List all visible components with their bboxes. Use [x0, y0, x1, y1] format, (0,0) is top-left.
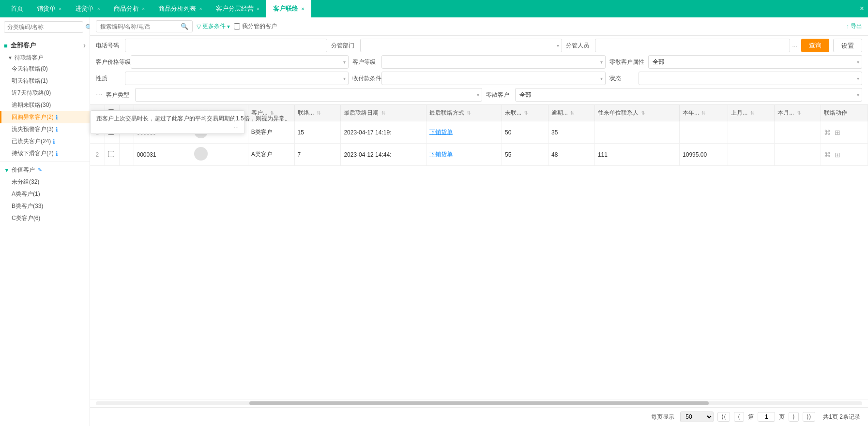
filter-payment-select[interactable] — [381, 72, 605, 85]
per-page-label: 每页显示 — [651, 413, 674, 421]
filter-price-level-field: 客户价格等级 一级二级 ▾ — [96, 55, 349, 69]
next-page-btn[interactable]: ⟩ — [789, 412, 799, 422]
sidebar-unclassified[interactable]: 未分组(32) — [0, 176, 90, 188]
sidebar-declining[interactable]: 持续下滑客户(2) ℹ — [0, 147, 90, 160]
col-this-year[interactable]: 本年... ⇅ — [680, 105, 728, 121]
filter-price-level-select[interactable]: 一级二级 — [131, 55, 349, 69]
nav-purchase[interactable]: 进货单 × — [68, 0, 107, 17]
col-last-contact-date[interactable]: 最后联络日期 ⇅ — [341, 105, 426, 121]
filter-customer-level-wrapper: A类B类C类 ▾ — [381, 55, 605, 69]
sidebar-churned[interactable]: 已流失客户(24) ℹ — [0, 135, 90, 147]
close-purchase-tab[interactable]: × — [97, 6, 100, 12]
sidebar-churn-warning[interactable]: 流失预警客户(3) ℹ — [0, 123, 90, 135]
nav-customer-tier[interactable]: 客户分层经营 × — [209, 0, 266, 17]
filter-retail-attr-select[interactable]: 全部是否 — [648, 55, 862, 69]
churned-info-icon[interactable]: ℹ — [53, 138, 55, 145]
horizontal-scrollbar-thumb[interactable] — [249, 401, 709, 405]
col-last-month[interactable]: 上月... ⇅ — [728, 105, 775, 121]
sidebar-today-pending[interactable]: 今天待联络(0) — [0, 63, 90, 75]
sidebar-a-class[interactable]: A类客户(1) — [0, 188, 90, 200]
filter-retail-attr-field: 零散客户属性 全部是否 ▾ — [609, 55, 862, 69]
row-2-grid-icon[interactable]: ⊞ — [835, 151, 840, 159]
nav-home[interactable]: 首页 — [4, 0, 30, 17]
filter-manager-input[interactable] — [595, 39, 790, 52]
sidebar-search-input[interactable] — [4, 21, 83, 33]
row-1-this-month — [775, 121, 821, 144]
sidebar-7days-pending[interactable]: 近7天待联络(0) — [0, 87, 90, 99]
extra-more-icon[interactable]: ··· — [96, 90, 102, 99]
sidebar-repurchase-anomaly[interactable]: 回购异常客户(2) ℹ — [0, 111, 90, 123]
more-conditions-btn[interactable]: ▽ 更多条件 ▾ — [197, 22, 230, 30]
churn-warning-icon[interactable]: ℹ — [56, 126, 58, 133]
col-company-contacts[interactable]: 往来单位联系人 ⇅ — [594, 105, 679, 121]
filter-retail-customer-select[interactable]: 全部是否 — [515, 88, 862, 102]
close-customer-tier-tab[interactable]: × — [257, 6, 259, 12]
row-2-overdue: 48 — [548, 144, 594, 166]
filter-status-select[interactable] — [639, 72, 862, 85]
col-this-month[interactable]: 本月... ⇅ — [775, 105, 821, 121]
filter-nature-select[interactable] — [125, 72, 349, 85]
filter-phone-input[interactable] — [125, 39, 327, 52]
last-page-btn[interactable]: ⟩⟩ — [803, 412, 815, 422]
close-customer-contact-tab[interactable]: × — [301, 6, 304, 12]
page-number-input[interactable] — [758, 412, 775, 422]
value-customers-edit-icon[interactable]: ✎ — [38, 167, 42, 173]
filter-dept-select[interactable]: 销售部市场部 — [360, 39, 563, 52]
row-1-method-link[interactable]: 下销货单 — [429, 129, 453, 135]
repurchase-info-icon[interactable]: ℹ — [56, 114, 58, 121]
col-action: 联络动作 — [821, 105, 868, 121]
manager-more-icon[interactable]: ··· — [792, 42, 797, 49]
sort-method-icon: ⇅ — [467, 110, 471, 116]
sidebar-overdue-pending[interactable]: 逾期未联络(30) — [0, 99, 90, 111]
row-1-last-month — [728, 121, 775, 144]
col-overdue[interactable]: 逾期... ⇅ — [548, 105, 594, 121]
horizontal-scrollbar[interactable] — [96, 401, 862, 405]
nav-sales[interactable]: 销货单 × — [30, 0, 68, 17]
settings-button[interactable]: 设置 — [833, 39, 862, 52]
sort-company-icon: ⇅ — [641, 110, 645, 116]
sort-date-icon: ⇅ — [381, 110, 385, 116]
col-unreached[interactable]: 未联... ⇅ — [502, 105, 548, 121]
col-contact-count[interactable]: 联络... ⇅ — [294, 105, 341, 121]
row-1-grid-icon[interactable]: ⊞ — [835, 129, 840, 136]
sort-overdue-icon: ⇅ — [570, 110, 574, 116]
filter-customer-type-select[interactable] — [135, 88, 482, 102]
sidebar-search-icon[interactable]: 🔍 — [85, 24, 90, 31]
prev-page-btn[interactable]: ⟨ — [734, 412, 744, 422]
row-2-method-link[interactable]: 下销货单 — [429, 151, 453, 158]
col-last-contact-method[interactable]: 最后联络方式 ⇅ — [426, 105, 502, 121]
query-button[interactable]: 查询 — [801, 39, 829, 52]
row-1-overdue: 35 — [548, 121, 594, 144]
nav-customer-contact[interactable]: 客户联络 × — [266, 0, 311, 17]
my-customers-checkbox[interactable] — [234, 23, 240, 29]
sidebar-c-class[interactable]: C类客户(6) — [0, 212, 90, 224]
filter-customer-level-select[interactable]: A类B类C类 — [381, 55, 605, 69]
export-btn[interactable]: ↑ 导出 — [846, 22, 862, 30]
first-page-btn[interactable]: ⟨⟨ — [717, 412, 730, 422]
declining-info-icon[interactable]: ℹ — [56, 150, 58, 157]
sidebar-expand-btn[interactable]: › — [83, 41, 86, 50]
filter-search-input[interactable] — [100, 23, 181, 30]
horizontal-scroll-area[interactable] — [90, 399, 868, 407]
close-product-analysis-tab[interactable]: × — [142, 6, 145, 12]
all-customers-label: 全部客户 — [11, 41, 36, 50]
nav-product-analysis[interactable]: 商品分析 × — [107, 0, 152, 17]
pending-contact-group[interactable]: ▼ 待联络客户 — [0, 52, 90, 63]
filter-search-icon[interactable]: 🔍 — [181, 23, 188, 30]
close-product-analysis-list-tab[interactable]: × — [199, 6, 202, 12]
tooltip-close-icon[interactable]: ... — [234, 123, 239, 130]
filter-nature-field: 性质 ▾ — [96, 72, 349, 85]
filter-retail-attr-label: 零散客户属性 — [609, 58, 648, 66]
close-sales-tab[interactable]: × — [59, 6, 61, 12]
window-close-button[interactable]: × — [860, 4, 864, 13]
row-1-link-icon[interactable]: ⌘ — [824, 129, 831, 136]
sidebar-b-class[interactable]: B类客户(33) — [0, 200, 90, 212]
per-page-select[interactable]: 50 100 200 — [680, 411, 714, 422]
value-customers-group[interactable]: ▼ 价值客户 ✎ — [0, 164, 90, 176]
sidebar-tomorrow-pending[interactable]: 明天待联络(1) — [0, 75, 90, 87]
nav-product-analysis-list[interactable]: 商品分析列表 × — [152, 0, 209, 17]
row-2-checkbox[interactable] — [108, 151, 114, 157]
all-customers-header[interactable]: ■ 全部客户 › — [0, 37, 90, 52]
row-2-link-icon[interactable]: ⌘ — [824, 151, 831, 159]
row-2-level: A类客户 — [248, 144, 294, 166]
